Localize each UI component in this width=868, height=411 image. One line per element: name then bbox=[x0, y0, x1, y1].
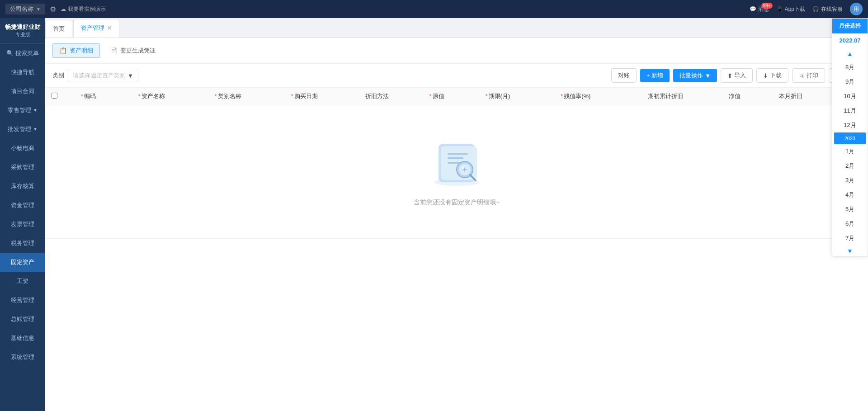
settings-icon[interactable]: ⚙ bbox=[50, 5, 56, 14]
month-5[interactable]: 5月 bbox=[832, 202, 868, 217]
table-header-row: *编码 *资产名称 *类别名称 *购买日期 折旧方法 *原值 *期限(月) *残… bbox=[45, 88, 868, 105]
toolbar-left: 类别 请选择固定资产类别 ▼ bbox=[52, 69, 608, 82]
select-arrow-icon: ▼ bbox=[127, 72, 133, 79]
category-select[interactable]: 请选择固定资产类别 ▼ bbox=[68, 69, 138, 82]
tab-close-icon[interactable]: ✕ bbox=[107, 25, 112, 31]
category-label: 类别 bbox=[52, 71, 64, 80]
message-icon: 💬 bbox=[750, 6, 756, 12]
col-net-value: 净值 bbox=[713, 88, 756, 105]
sidebar-item-ledger[interactable]: 总账管理 bbox=[0, 310, 45, 329]
month-down-button[interactable]: ▼ bbox=[847, 247, 853, 255]
brand-subtitle: 专业版 bbox=[4, 31, 42, 38]
batch-arrow-icon: ▼ bbox=[705, 72, 711, 79]
print-button[interactable]: 🖨 打印 bbox=[792, 68, 825, 83]
empty-text: 当前您还没有固定资产明细哦~ bbox=[414, 198, 500, 207]
month-panel-title: 月份选择 bbox=[832, 19, 868, 33]
demo-label[interactable]: ☁ 我要看实例演示 bbox=[61, 5, 106, 13]
month-nav-down: ▼ bbox=[832, 246, 868, 256]
sidebar-item-search[interactable]: 🔍搜索菜单 bbox=[0, 44, 45, 63]
sidebar-item-quick-nav[interactable]: 快捷导航 bbox=[0, 63, 45, 82]
year-2023-badge: 2023 bbox=[834, 132, 866, 144]
sidebar-item-inventory[interactable]: 库存核算 bbox=[0, 177, 45, 196]
chevron-down-icon: ▼ bbox=[36, 7, 41, 12]
col-category: *类别名称 bbox=[190, 88, 266, 105]
table-wrapper: *编码 *资产名称 *类别名称 *购买日期 折旧方法 *原值 *期限(月) *残… bbox=[45, 88, 868, 411]
empty-row: 当前您还没有固定资产明细哦~ bbox=[45, 105, 868, 239]
toolbar: 类别 请选择固定资产类别 ▼ 对账 + 新增 批量操作 ▼ ⬆ 导入 bbox=[45, 64, 868, 88]
top-bar: 公司名称 ▼ ⚙ ☁ 我要看实例演示 💬 消息 99+ 📱 App下载 🎧 在线… bbox=[0, 0, 868, 18]
sidebar-item-retail[interactable]: 零售管理▼ bbox=[0, 101, 45, 120]
select-all-col bbox=[45, 88, 63, 105]
col-residual-rate: *残值率(%) bbox=[534, 88, 618, 105]
month-6[interactable]: 6月 bbox=[832, 217, 868, 231]
messages-badge: 99+ bbox=[761, 3, 773, 9]
nav-tabs: 首页 资产管理 ✕ bbox=[45, 18, 868, 38]
col-accumulated: 期初累计折旧 bbox=[618, 88, 713, 105]
sub-tab-asset-detail-label: 资产明细 bbox=[70, 47, 93, 55]
add-button[interactable]: + 新增 bbox=[640, 69, 670, 82]
month-current-display[interactable]: 2022.07 bbox=[832, 33, 868, 47]
avatar[interactable]: 用 bbox=[850, 3, 863, 15]
messages-button[interactable]: 💬 消息 99+ bbox=[750, 5, 769, 13]
month-4[interactable]: 4月 bbox=[832, 188, 868, 202]
col-monthly: 本月折旧 bbox=[756, 88, 825, 105]
asset-table: *编码 *资产名称 *类别名称 *购买日期 折旧方法 *原值 *期限(月) *残… bbox=[45, 88, 868, 239]
arrow-icon: ▼ bbox=[33, 108, 38, 113]
headset-icon: 🎧 bbox=[812, 6, 819, 12]
sidebar-item-batch[interactable]: 批发管理▼ bbox=[0, 120, 45, 139]
month-12[interactable]: 12月 bbox=[832, 118, 868, 132]
sidebar-item-project[interactable]: 项目合同 bbox=[0, 82, 45, 101]
doc-icon: 📄 bbox=[110, 47, 118, 54]
cloud-icon: ☁ bbox=[61, 6, 66, 12]
app-download-button[interactable]: 📱 App下载 bbox=[776, 5, 805, 13]
col-purchase-date: *购买日期 bbox=[266, 88, 343, 105]
sidebar-item-salary[interactable]: 工资 bbox=[0, 272, 45, 291]
sidebar-item-invoice[interactable]: 发票管理 bbox=[0, 215, 45, 234]
tab-home[interactable]: 首页 bbox=[45, 20, 72, 38]
month-10[interactable]: 10月 bbox=[832, 89, 868, 104]
sidebar-item-ecommerce[interactable]: 小畅电商 bbox=[0, 139, 45, 158]
svg-rect-1 bbox=[448, 153, 468, 155]
sub-tab-change-voucher-label: 变更生成凭证 bbox=[120, 47, 156, 55]
month-9[interactable]: 9月 bbox=[832, 75, 868, 89]
month-up-button[interactable]: ▲ bbox=[844, 49, 856, 58]
month-1[interactable]: 1月 bbox=[832, 144, 868, 159]
sidebar-item-operation[interactable]: 经营管理 bbox=[0, 291, 45, 310]
sidebar-item-fixed-assets[interactable]: 固定资产 bbox=[0, 253, 45, 272]
tab-asset-manage[interactable]: 资产管理 ✕ bbox=[73, 19, 119, 38]
print-icon: 🖨 bbox=[799, 72, 805, 79]
asset-manage-tab-label: 资产管理 bbox=[81, 24, 104, 32]
month-7[interactable]: 7月 bbox=[832, 231, 868, 246]
month-2[interactable]: 2月 bbox=[832, 159, 868, 173]
company-selector[interactable]: 公司名称 ▼ bbox=[5, 4, 45, 14]
sidebar-item-purchase[interactable]: 采购管理 bbox=[0, 158, 45, 177]
sub-tab-asset-detail[interactable]: 📋 资产明细 bbox=[52, 43, 100, 58]
company-name: 公司名称 bbox=[10, 5, 33, 13]
sidebar-item-basic-info[interactable]: 基础信息 bbox=[0, 329, 45, 348]
reconcile-button[interactable]: 对账 bbox=[611, 68, 637, 83]
online-service-button[interactable]: 🎧 在线客服 bbox=[812, 5, 843, 13]
download-icon: ⬇ bbox=[763, 72, 768, 79]
table-head: *编码 *资产名称 *类别名称 *购买日期 折旧方法 *原值 *期限(月) *残… bbox=[45, 88, 868, 105]
month-11[interactable]: 11月 bbox=[832, 104, 868, 118]
mobile-icon: 📱 bbox=[776, 6, 783, 12]
top-bar-left: 公司名称 ▼ ⚙ ☁ 我要看实例演示 bbox=[5, 4, 106, 14]
col-code: *编码 bbox=[63, 88, 113, 105]
month-8[interactable]: 8月 bbox=[832, 60, 868, 75]
select-all-checkbox[interactable] bbox=[52, 93, 57, 99]
sub-tab-change-voucher[interactable]: 📄 变更生成凭证 bbox=[104, 44, 162, 57]
download-button[interactable]: ⬇ 下载 bbox=[756, 68, 788, 83]
import-button[interactable]: ⬆ 导入 bbox=[721, 68, 753, 83]
sidebar-item-tax[interactable]: 税务管理 bbox=[0, 234, 45, 253]
col-depreciation-method: 折旧方法 bbox=[343, 88, 412, 105]
sub-tabs: 📋 资产明细 📄 变更生成凭证 bbox=[45, 38, 868, 64]
month-3[interactable]: 3月 bbox=[832, 173, 868, 188]
batch-button[interactable]: 批量操作 ▼ bbox=[673, 69, 717, 82]
main-layout: 畅捷通好业财 专业版 🔍搜索菜单 快捷导航 项目合同 零售管理▼ 批发管理▼ 小… bbox=[0, 18, 868, 411]
sidebar-item-finance[interactable]: 资金管理 bbox=[0, 196, 45, 215]
sidebar-item-system[interactable]: 系统管理 bbox=[0, 348, 45, 367]
col-name: *资产名称 bbox=[113, 88, 189, 105]
sidebar-brand: 畅捷通好业财 专业版 bbox=[0, 18, 45, 44]
page-content: 📋 资产明细 📄 变更生成凭证 类别 请选择固定资产类别 ▼ bbox=[45, 38, 868, 411]
empty-state: 当前您还没有固定资产明细哦~ bbox=[49, 110, 864, 234]
